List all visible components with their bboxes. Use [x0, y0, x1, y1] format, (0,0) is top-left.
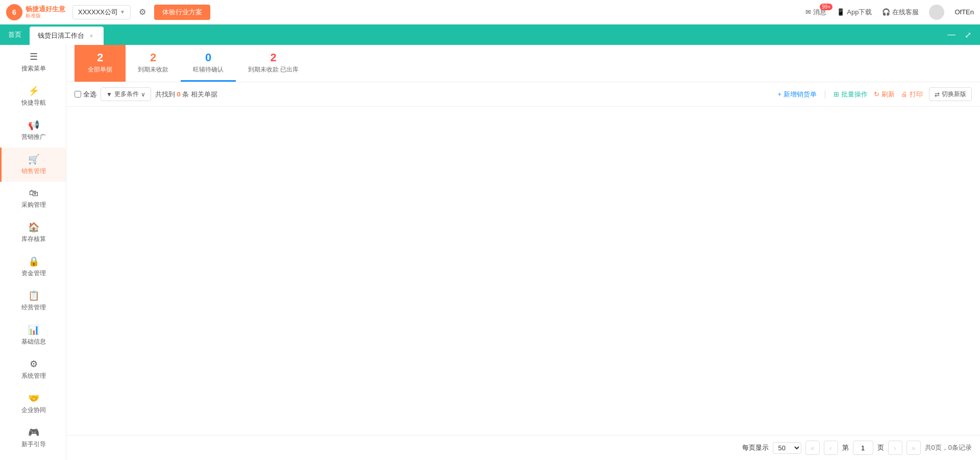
sidebar-item-system[interactable]: ⚙ 系统管理 — [0, 352, 66, 386]
operation-icon: 📋 — [28, 290, 39, 301]
filter-dropdown-icon: ∨ — [141, 91, 145, 98]
pagination-bar: 每页显示 50 100 200 « ‹ 第 页 › » 共0页，0条记录 — [66, 435, 980, 460]
prev-page-button[interactable]: ‹ — [824, 441, 838, 455]
tab-minimize-button[interactable]: — — [945, 29, 958, 41]
batch-icon: ⊞ — [834, 90, 839, 98]
sidebar-item-sales[interactable]: 🛒 销售管理 — [0, 148, 66, 182]
logo-icon: 6 — [6, 4, 22, 20]
stat-tab-all[interactable]: 2 全部单据 — [75, 45, 126, 82]
refresh-button[interactable]: ↻ 刷新 — [874, 90, 895, 99]
quick-nav-icon: ⚡ — [28, 85, 39, 96]
last-page-button[interactable]: » — [906, 441, 921, 455]
toolbar-right: + 新增销货单 ⊞ 批量操作 ↻ 刷新 🖨 打印 ⇄ 切 — [777, 87, 972, 101]
sidebar: ☰ 搜索菜单 ⚡ 快捷导航 📢 营销推广 🛒 销售管理 🛍 采购管理 🏠 库存核… — [0, 45, 66, 460]
found-text: 共找到 0 条 相关单据 — [155, 90, 217, 99]
print-icon: 🖨 — [901, 90, 908, 98]
page-suffix: 页 — [877, 443, 884, 452]
next-page-button[interactable]: › — [888, 441, 902, 455]
sidebar-item-inventory[interactable]: 🏠 库存核算 — [0, 215, 66, 250]
add-sale-order-button[interactable]: + 新增销货单 — [777, 90, 817, 99]
toolbar: 全选 ▼ 更多条件 ∨ 共找到 0 条 相关单据 + 新增销货单 — [66, 82, 980, 107]
sidebar-label-finance: 资金管理 — [21, 269, 46, 278]
switch-version-button[interactable]: ⇄ 切换新版 — [929, 87, 972, 101]
select-all-checkbox[interactable]: 全选 — [75, 90, 96, 99]
sidebar-item-guide[interactable]: 🎮 新手引导 — [0, 421, 66, 455]
gear-icon: ⚙ — [139, 7, 146, 17]
tab-workbench[interactable]: 钱货日清工作台 × — [30, 27, 104, 45]
sidebar-label-basic-info: 基础信息 — [21, 337, 46, 346]
sidebar-item-finance[interactable]: 🔒 资金管理 — [0, 250, 66, 284]
sales-icon: 🛒 — [28, 154, 39, 165]
tab-bar-right: — ⤢ — [945, 29, 980, 41]
stat-tab-pending-confirm[interactable]: 0 旺辅待确认 — [181, 45, 236, 82]
app-download-button[interactable]: 📱 App下载 — [837, 8, 872, 17]
refresh-icon: ↻ — [874, 90, 879, 98]
guide-icon: 🎮 — [28, 427, 39, 438]
online-service-button[interactable]: 🎧 在线客服 — [882, 8, 919, 17]
main-content: 2 全部单据 2 到期未收款 0 旺辅待确认 2 到期未收款 已出库 全选 — [66, 45, 980, 460]
sidebar-item-app-center[interactable]: 📥 应用中心 — [0, 455, 66, 460]
stat-label-pending-confirm: 旺辅待确认 — [193, 65, 224, 74]
settings-button[interactable]: ⚙ — [135, 5, 150, 20]
stat-label-overdue-unshipped: 到期未收款 已出库 — [248, 65, 299, 74]
company-selector[interactable]: XXXXXX公司 ▼ — [72, 5, 131, 19]
page-number-input[interactable] — [853, 441, 873, 455]
stat-label-all: 全部单据 — [88, 65, 112, 74]
stat-tab-overdue-unpaid[interactable]: 2 到期未收款 — [126, 45, 181, 82]
stat-num-all: 2 — [97, 51, 103, 64]
content-area — [66, 107, 980, 435]
sidebar-label-guide: 新手引导 — [21, 440, 46, 449]
stat-num-overdue-unshipped: 2 — [271, 51, 277, 64]
last-page-icon: » — [912, 444, 915, 452]
logo-sub: 标准版 — [26, 13, 65, 19]
app-download-icon: 📱 — [837, 8, 845, 16]
system-icon: ⚙ — [30, 358, 38, 370]
finance-icon: 🔒 — [28, 256, 39, 267]
search-menu-icon: ☰ — [30, 51, 38, 62]
stat-tab-overdue-unshipped[interactable]: 2 到期未收款 已出库 — [236, 45, 311, 82]
found-count: 0 — [177, 90, 181, 98]
enterprise-icon: 🤝 — [28, 393, 39, 404]
company-name: XXXXXX公司 — [78, 8, 118, 17]
logo-text: 畅捷通好生意 标准版 — [26, 5, 65, 19]
sidebar-item-purchase[interactable]: 🛍 采购管理 — [0, 182, 66, 215]
page-total: 共0页，0条记录 — [925, 443, 972, 452]
select-all-input[interactable] — [75, 91, 81, 98]
tab-home[interactable]: 首页 — [0, 25, 30, 45]
stat-num-overdue-unpaid: 2 — [150, 51, 156, 64]
first-page-icon: « — [811, 444, 814, 452]
filter-button[interactable]: ▼ 更多条件 ∨ — [101, 87, 151, 101]
experience-button[interactable]: 体验行业方案 — [154, 5, 210, 20]
filter-icon: ▼ — [106, 91, 112, 98]
first-page-button[interactable]: « — [805, 441, 820, 455]
sidebar-item-search-menu[interactable]: ☰ 搜索菜单 — [0, 45, 66, 79]
batch-operation-button[interactable]: ⊞ 批量操作 — [834, 90, 868, 99]
sidebar-label-search-menu: 搜索菜单 — [21, 64, 46, 73]
purchase-icon: 🛍 — [29, 188, 38, 199]
tab-close-button[interactable]: × — [87, 32, 95, 40]
sidebar-item-basic-info[interactable]: 📊 基础信息 — [0, 318, 66, 352]
stat-label-overdue-unpaid: 到期未收款 — [138, 65, 168, 74]
toolbar-left: 全选 ▼ 更多条件 ∨ 共找到 0 条 相关单据 — [75, 87, 773, 101]
top-right-area: ✉ 消息 99+ 📱 App下载 🎧 在线客服 OfTEn — [805, 5, 974, 20]
next-page-icon: › — [894, 444, 896, 452]
sidebar-item-enterprise[interactable]: 🤝 企业协同 — [0, 386, 66, 421]
messages-button[interactable]: ✉ 消息 99+ — [805, 8, 826, 17]
stat-num-pending-confirm: 0 — [205, 51, 211, 64]
sidebar-label-marketing: 营销推广 — [21, 133, 46, 141]
stats-tabs: 2 全部单据 2 到期未收款 0 旺辅待确认 2 到期未收款 已出库 — [66, 45, 980, 82]
avatar[interactable] — [929, 5, 944, 20]
divider1 — [825, 90, 825, 99]
sidebar-item-operation[interactable]: 📋 经营管理 — [0, 284, 66, 318]
marketing-icon: 📢 — [28, 119, 39, 131]
per-page-select[interactable]: 50 100 200 — [773, 442, 801, 454]
tab-maximize-button[interactable]: ⤢ — [962, 29, 974, 41]
messages-badge: 99+ — [820, 4, 832, 10]
sidebar-item-marketing[interactable]: 📢 营销推广 — [0, 113, 66, 148]
sidebar-label-operation: 经营管理 — [21, 303, 46, 312]
inventory-icon: 🏠 — [28, 222, 39, 233]
sidebar-item-quick-nav[interactable]: ⚡ 快捷导航 — [0, 79, 66, 113]
service-icon: 🎧 — [882, 8, 890, 16]
print-button[interactable]: 🖨 打印 — [901, 90, 923, 99]
add-icon: + — [777, 90, 781, 98]
